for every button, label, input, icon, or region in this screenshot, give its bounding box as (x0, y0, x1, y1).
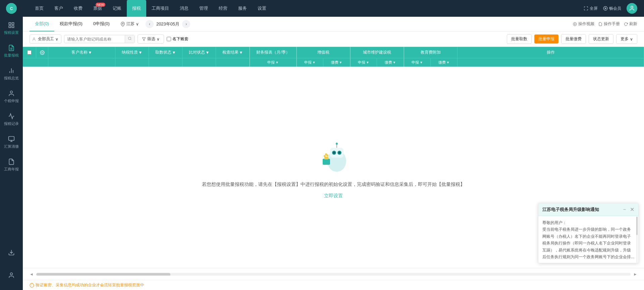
sidebar-item-annual-report[interactable]: 工商年报 (0, 153, 23, 176)
sidebar-item-tax-records[interactable]: 报税记录 (0, 108, 23, 131)
sidebar-item-tax-settings[interactable]: 报税设置 (0, 17, 23, 40)
svg-point-20 (122, 23, 123, 24)
setup-link[interactable]: 立即设置 (324, 193, 343, 199)
tab-tax-declare[interactable]: 税款申报(0) (54, 17, 88, 31)
filter-icon[interactable]: ▼ (206, 50, 210, 55)
chevron-down-icon: ∨ (55, 37, 58, 42)
sidebar-download[interactable] (0, 241, 23, 264)
sidebar-item-batch-tax[interactable]: 批量报税 (0, 40, 23, 62)
sidebar-item-tax-summary[interactable]: 报税总览 (0, 62, 23, 85)
status-update-button[interactable]: 状态更新 (589, 34, 613, 44)
filter-icon[interactable]: ▼ (88, 50, 92, 55)
svg-rect-2 (9, 22, 11, 24)
filter-icon[interactable]: ▼ (275, 61, 279, 64)
nav-settings[interactable]: 设置 (252, 0, 272, 17)
search-button[interactable] (125, 35, 135, 43)
date-prev-btn[interactable]: ‹ (146, 20, 154, 28)
scrollbar-thumb[interactable] (636, 217, 638, 235)
filter-icon[interactable]: ▼ (393, 61, 396, 64)
filter-icon[interactable]: ▼ (239, 50, 243, 55)
search-icon (128, 37, 132, 41)
svg-point-33 (338, 152, 340, 154)
th-action: 操作 (458, 47, 644, 58)
current-date: 2023年05月 (156, 21, 179, 27)
select-all-checkbox[interactable] (27, 50, 32, 55)
th-tax-type: 纳税性质 ▼ (115, 47, 149, 58)
svg-marker-22 (575, 23, 576, 25)
sidebar-item-label: 工商年报 (4, 167, 19, 172)
filter-icon (142, 37, 146, 41)
sidebar-item-settlement[interactable]: 汇算清缴 (0, 131, 23, 153)
logo-icon: C (6, 3, 17, 14)
nav-messages[interactable]: 消息 (174, 0, 194, 17)
svg-rect-38 (323, 159, 330, 165)
th-city: 城市维护建设税 (350, 47, 404, 58)
province-selector[interactable]: 江苏 ∨ (120, 21, 139, 27)
filter-icon[interactable]: ▼ (172, 50, 176, 55)
tab-all[interactable]: 全部(0) (30, 17, 54, 31)
nav-business[interactable]: 工商项目 (146, 0, 174, 17)
sidebar-item-personal-tax[interactable]: 个税申报 (0, 85, 23, 108)
svg-line-25 (130, 39, 131, 40)
employee-icon (33, 37, 37, 41)
more-button[interactable]: 更多 ∨ (616, 34, 637, 44)
user-avatar[interactable] (627, 3, 637, 14)
nav-management[interactable]: 管理 (194, 0, 213, 17)
notification-close[interactable]: ✕ (630, 206, 634, 213)
tax-settings-icon (8, 21, 15, 29)
scroll-thumb[interactable] (36, 273, 170, 276)
account-checkbox-label[interactable]: 名下账套 (167, 36, 189, 42)
filter-icon[interactable]: ▼ (446, 61, 450, 64)
svg-point-24 (128, 37, 131, 40)
notification-minimize[interactable]: － (622, 206, 627, 213)
filter-icon[interactable]: ▼ (366, 61, 369, 64)
svg-point-35 (336, 143, 338, 145)
svg-point-17 (603, 6, 607, 10)
nav-services[interactable]: 服务 (233, 0, 252, 17)
member-btn[interactable]: 畅会员 (603, 6, 621, 11)
nav-billing[interactable]: 收费 (68, 0, 88, 17)
search-input[interactable] (64, 35, 125, 43)
new-badge: NEW (96, 3, 105, 7)
refresh-btn[interactable]: 刷新 (624, 21, 637, 27)
tab-zero-declare[interactable]: 0申报(0) (88, 17, 115, 31)
sidebar-item-label: 汇算清缴 (4, 144, 19, 149)
th-gear[interactable] (36, 47, 48, 58)
svg-point-19 (631, 6, 633, 8)
svg-text:C: C (10, 6, 13, 11)
filter-icon[interactable]: ▼ (339, 61, 342, 64)
nav-invoices[interactable]: 票据 NEW (88, 0, 107, 17)
filter-icon[interactable]: ▼ (312, 61, 316, 64)
scrollbar-track (636, 217, 638, 263)
video-icon (573, 22, 577, 26)
notification-body: 尊敬的用户： 受当前电子税务局进一步升级的影响，同一个政务网账号（办税人）名下的… (538, 216, 638, 263)
filter-icon[interactable]: ▼ (420, 61, 423, 64)
svg-point-11 (10, 91, 13, 93)
svg-rect-12 (9, 136, 14, 140)
employee-select[interactable]: 全部员工 ∨ (30, 34, 61, 44)
nav-home[interactable]: 首页 (30, 0, 49, 17)
filter-button[interactable]: 筛选 ∨ (138, 34, 164, 44)
svg-rect-5 (12, 25, 14, 27)
nav-customers[interactable]: 客户 (49, 0, 68, 17)
nav-tax[interactable]: 报税 (127, 0, 146, 17)
batch-pay-button[interactable]: 批量缴费 (561, 34, 586, 44)
sidebar-item-label: 报税总览 (4, 76, 19, 81)
date-next-btn[interactable]: › (182, 20, 190, 28)
operation-manual-btn[interactable]: 操作手册 (598, 21, 620, 27)
filter-icon[interactable]: ▼ (139, 50, 143, 55)
nav-accounting[interactable]: 记账 (107, 0, 127, 17)
nav-operations[interactable]: 经营 (213, 0, 233, 17)
fullscreen-btn[interactable]: 全屏 (584, 6, 598, 11)
operation-video-btn[interactable]: 操作视频 (573, 21, 594, 27)
batch-fetch-button[interactable]: 批量取数 (507, 34, 532, 44)
account-checkbox[interactable] (167, 37, 171, 41)
toolbar-right-actions: 批量取数 批量申报 批量缴费 状态更新 更多 ∨ (507, 34, 637, 44)
th-check[interactable] (23, 47, 36, 58)
sidebar-bottom (0, 241, 23, 290)
sidebar-user[interactable] (0, 264, 23, 287)
search-field[interactable] (64, 35, 135, 43)
chevron-down-icon: ∨ (630, 37, 633, 42)
batch-declare-button[interactable]: 批量申报 (534, 34, 558, 44)
th-finance: 财务报表（月/季） (250, 47, 297, 58)
